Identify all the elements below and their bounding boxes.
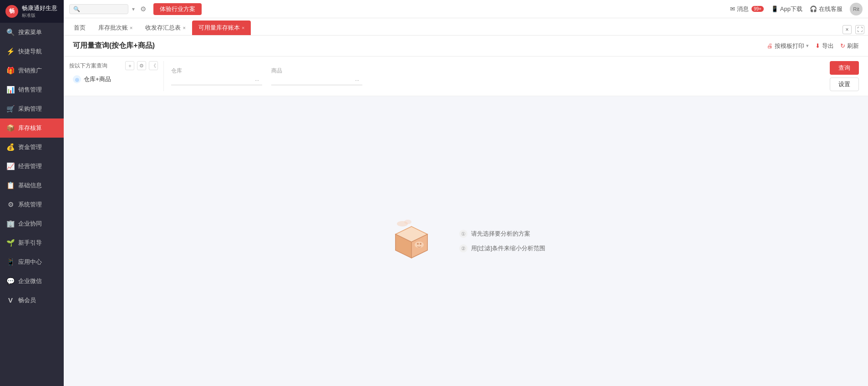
refresh-label: 刷新: [847, 42, 859, 50]
sidebar-item-label: 营销推广: [18, 67, 42, 75]
sidebar-item-basic-info[interactable]: 📋 基础信息: [0, 176, 64, 195]
user-avatar[interactable]: Rit: [850, 3, 863, 15]
sidebar-item-label: 资金管理: [18, 143, 42, 151]
warehouse-field: 仓库 ···: [171, 67, 262, 85]
filter-scheme-panel: 按以下方案查询 ＋ ⚙ 《 ◎ 仓库+商品: [64, 61, 164, 91]
export-button[interactable]: ⬇ 导出: [815, 42, 834, 50]
sidebar-item-finance[interactable]: 💰 资金管理: [0, 138, 64, 157]
search-input[interactable]: [82, 6, 123, 12]
page-header: 可用量查询(按仓库+商品) 🖨 按模板打印 ▾ ⬇ 导出 ↻ 刷新: [64, 36, 868, 57]
print-template-button[interactable]: 🖨 按模板打印 ▾: [767, 42, 809, 50]
sidebar-item-search[interactable]: 🔍 搜索菜单: [0, 23, 64, 42]
sidebar-item-newbie[interactable]: 🌱 新手引导: [0, 233, 64, 252]
page-content: 可用量查询(按仓库+商品) 🖨 按模板打印 ▾ ⬇ 导出 ↻ 刷新: [64, 36, 868, 386]
topbar: 🔍 ▾ ⚙ 体验行业方案 ✉ 消息 99+ 📱 App下载 🎧 在线客服 Rit: [64, 0, 868, 18]
sidebar-item-label: 快捷导航: [18, 47, 42, 56]
scheme-icon: ◎: [73, 75, 81, 83]
brand-header: 畅 畅康通好生意 标准版: [0, 0, 64, 23]
empty-hint-1-text: 请先选择要分析的方案: [471, 230, 530, 238]
page-header-actions: 🖨 按模板打印 ▾ ⬇ 导出 ↻ 刷新: [767, 42, 859, 50]
tab-recv-summary[interactable]: 收发存汇总表 ×: [139, 21, 192, 35]
empty-hint-2: ② 用[过滤]条件来缩小分析范围: [459, 244, 545, 252]
trial-industry-button[interactable]: 体验行业方案: [153, 3, 202, 15]
tabbar: 首页 库存批次账 × 收发存汇总表 × 可用量库存账本 × × ⛶: [64, 18, 868, 36]
add-scheme-button[interactable]: ＋: [125, 61, 134, 70]
topbar-right: ✉ 消息 99+ 📱 App下载 🎧 在线客服 Rit: [730, 3, 863, 15]
phone-icon: 📱: [771, 5, 778, 12]
tab-available-ledger-label: 可用量库存账本: [198, 24, 240, 32]
sidebar-item-quick-nav[interactable]: ⚡ 快捷导航: [0, 42, 64, 61]
product-input[interactable]: [271, 77, 353, 83]
filter-scheme-header: 按以下方案查询 ＋ ⚙ 《: [69, 61, 158, 70]
online-service-button[interactable]: 🎧 在线客服: [810, 5, 843, 13]
message-icon: ✉: [730, 5, 735, 12]
sidebar-item-vip[interactable]: V 畅会员: [0, 291, 64, 310]
sidebar-item-system[interactable]: ⚙ 系统管理: [0, 195, 64, 214]
lightning-icon: ⚡: [6, 47, 15, 56]
close-window-button[interactable]: ×: [843, 25, 852, 34]
expand-window-button[interactable]: ⛶: [855, 25, 864, 34]
tab-close-icon[interactable]: ×: [242, 25, 244, 31]
export-icon: ⬇: [815, 42, 820, 49]
tab-batch-ledger[interactable]: 库存批次账 ×: [92, 21, 139, 35]
product-input-wrap: ···: [271, 77, 362, 85]
product-field: 商品 ···: [271, 67, 362, 85]
empty-hint-2-text: 用[过滤]条件来缩小分析范围: [471, 244, 545, 252]
warehouse-input[interactable]: [171, 77, 253, 83]
filter-scheme-icons: ＋ ⚙ 《: [125, 61, 158, 70]
tab-home-label: 首页: [74, 24, 86, 32]
sidebar: 畅 畅康通好生意 标准版 🔍 搜索菜单 ⚡ 快捷导航 🎁 营销推广 📊 销售管理…: [0, 0, 64, 386]
filter-actions: 查询 设置: [830, 61, 861, 91]
scheme-warehouse-product[interactable]: ◎ 仓库+商品: [69, 73, 158, 86]
sidebar-item-label: 搜索菜单: [18, 28, 42, 36]
search-box[interactable]: 🔍: [69, 4, 128, 14]
sprout-icon: 🌱: [6, 239, 15, 247]
brand-icon: 畅: [5, 5, 18, 18]
sidebar-item-label: 库存核算: [18, 124, 42, 132]
sidebar-item-operations[interactable]: 📈 经营管理: [0, 157, 64, 176]
warehouse-more-button[interactable]: ···: [255, 77, 259, 83]
empty-hints: ① 请先选择要分析的方案 ② 用[过滤]条件来缩小分析范围: [459, 230, 545, 252]
app-download-button[interactable]: 📱 App下载: [771, 5, 802, 13]
empty-state: ① 请先选择要分析的方案 ② 用[过滤]条件来缩小分析范围: [64, 96, 868, 386]
sidebar-item-label: 基础信息: [18, 181, 42, 190]
tab-close-icon[interactable]: ×: [183, 25, 185, 31]
scheme-label: 仓库+商品: [84, 75, 111, 83]
export-label: 导出: [822, 42, 834, 50]
chevron-down-icon[interactable]: ▾: [132, 6, 135, 12]
product-more-button[interactable]: ···: [355, 77, 359, 83]
sidebar-item-enterprise[interactable]: 🏢 企业协同: [0, 214, 64, 233]
cart-icon: 🛒: [6, 105, 15, 113]
sidebar-item-enterprise-wechat[interactable]: 💬 企业微信: [0, 272, 64, 291]
sidebar-item-inventory[interactable]: 📦 库存核算: [0, 118, 64, 138]
collapse-scheme-button[interactable]: 《: [149, 61, 158, 70]
filter-panel: 按以下方案查询 ＋ ⚙ 《 ◎ 仓库+商品 仓库 ·: [64, 57, 868, 96]
print-icon: 🖨: [767, 42, 773, 49]
tab-recv-summary-label: 收发存汇总表: [145, 24, 181, 32]
sidebar-item-label: 新手引导: [18, 239, 42, 247]
settings-scheme-button[interactable]: ⚙: [137, 61, 146, 70]
settings-icon[interactable]: ⚙: [140, 5, 146, 13]
brand-version: 标准版: [22, 12, 57, 18]
chart-icon: 📊: [6, 86, 15, 94]
sidebar-item-sales[interactable]: 📊 销售管理: [0, 80, 64, 99]
sidebar-item-label: 销售管理: [18, 86, 42, 94]
message-badge: 99+: [751, 6, 764, 12]
gear-icon: ⚙: [6, 201, 15, 209]
money-icon: 💰: [6, 143, 15, 151]
query-button[interactable]: 查询: [830, 61, 859, 75]
svg-point-5: [417, 243, 419, 245]
message-label: 消息: [737, 5, 749, 13]
filter-scheme-title: 按以下方案查询: [69, 62, 107, 70]
message-button[interactable]: ✉ 消息 99+: [730, 5, 764, 13]
warehouse-label: 仓库: [171, 67, 262, 75]
filter-settings-button[interactable]: 设置: [830, 77, 859, 91]
sidebar-item-app-center[interactable]: 📱 应用中心: [0, 252, 64, 272]
refresh-button[interactable]: ↻ 刷新: [840, 42, 859, 50]
tab-available-ledger[interactable]: 可用量库存账本 ×: [192, 21, 251, 35]
tab-close-icon[interactable]: ×: [130, 25, 132, 31]
tab-home[interactable]: 首页: [67, 21, 92, 35]
sidebar-item-marketing[interactable]: 🎁 营销推广: [0, 61, 64, 80]
svg-point-8: [404, 220, 411, 224]
sidebar-item-purchase[interactable]: 🛒 采购管理: [0, 99, 64, 118]
